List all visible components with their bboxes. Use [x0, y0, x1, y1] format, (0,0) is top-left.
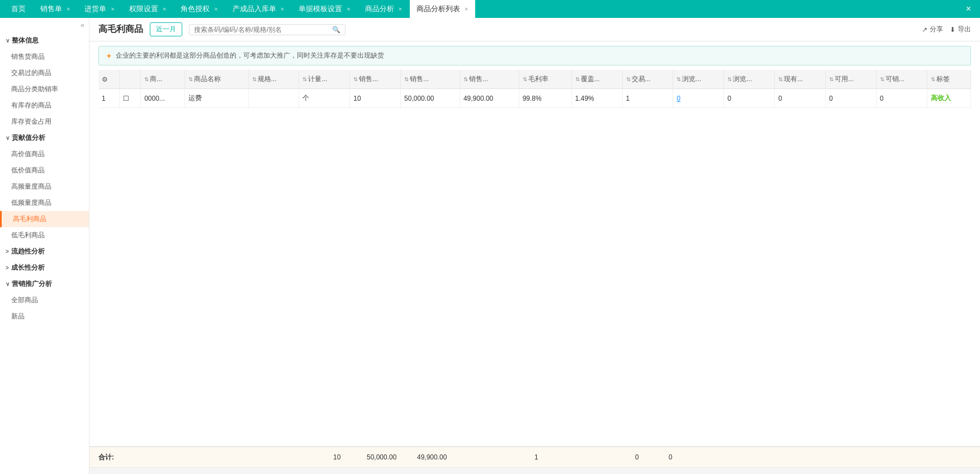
sidebar-item-high-freq-goods[interactable]: 高频量度商品 — [0, 179, 89, 195]
col-header-saleable[interactable]: ⇅可销... — [876, 70, 927, 89]
sidebar-item-inventory-capital[interactable]: 库存资金占用 — [0, 114, 89, 130]
search-icon[interactable]: 🔍 — [332, 26, 340, 34]
sort-icon-spec: ⇅ — [252, 76, 257, 82]
nav-tab-product-analysis-list[interactable]: 商品分析列表× — [410, 0, 475, 18]
sort-icon-browse2: ⇅ — [727, 76, 732, 82]
nav-tab-close-template-settings[interactable]: × — [347, 6, 350, 12]
col-header-available1[interactable]: ⇅现有... — [775, 70, 826, 89]
sort-icon-saleable: ⇅ — [880, 76, 884, 82]
sidebar-item-low-freq-goods[interactable]: 低频量度商品 — [0, 195, 89, 211]
data-table: ⚙⇅商...⇅商品名称⇅规格...⇅计量...⇅销售...⇅销售...⇅销售..… — [98, 70, 971, 108]
col-header-name[interactable]: ⇅商品名称 — [185, 70, 248, 89]
sidebar-group-arrow-value-analysis: ∨ — [6, 135, 10, 141]
sidebar-item-traded-goods[interactable]: 交易过的商品 — [0, 65, 89, 81]
sidebar-item-goods-analysis[interactable]: 商品分类助销率 — [0, 81, 89, 97]
footer-cell-0 — [179, 453, 196, 461]
sort-icon-available1: ⇅ — [778, 76, 783, 82]
sort-icon-margin_rate: ⇅ — [523, 76, 527, 82]
nav-tab-template-settings[interactable]: 单据模板设置× — [292, 0, 357, 18]
sidebar-item-high-value-goods[interactable]: 高价值商品 — [0, 146, 89, 162]
table-row: 1☐0000...运费个1050,000.0049,900.0099.8%1.4… — [98, 89, 971, 108]
sidebar-item-sales-goods[interactable]: 销售货商品 — [0, 49, 89, 65]
sidebar-group-label-trend-analysis: 流趋性分析 — [11, 247, 45, 256]
header-actions: ↗ 分享 ⬇ 导出 — [922, 25, 971, 34]
col-header-sales_qty[interactable]: ⇅销售... — [350, 70, 401, 89]
col-header-sales_profit[interactable]: ⇅销售... — [460, 70, 519, 89]
row-coverage: 1.49% — [571, 89, 622, 108]
nav-tab-close-product-analysis[interactable]: × — [399, 6, 402, 12]
col-header-unit[interactable]: ⇅计量... — [299, 70, 350, 89]
col-header-transaction[interactable]: ⇅交易... — [622, 70, 673, 89]
sidebar-group-arrow-growth-analysis: > — [6, 265, 9, 271]
search-input[interactable] — [194, 26, 330, 34]
row-saleable: 0 — [876, 89, 927, 108]
nav-tab-permission-settings[interactable]: 权限设置× — [122, 0, 173, 18]
col-header-code[interactable]: ⇅商... — [141, 70, 185, 89]
sidebar-collapse-button[interactable]: « — [0, 18, 89, 32]
row-available1: 0 — [775, 89, 826, 108]
sidebar-group-value-analysis[interactable]: ∨贡献值分析 — [0, 130, 89, 146]
col-header-browse1[interactable]: ⇅浏览... — [673, 70, 724, 89]
col-header-tag[interactable]: ⇅标签 — [927, 70, 970, 89]
sidebar-item-all-goods[interactable]: 全部商品 — [0, 292, 89, 308]
row-checkbox[interactable]: ☐ — [119, 89, 140, 108]
col-header-coverage[interactable]: ⇅覆盖... — [571, 70, 622, 89]
sidebar-group-arrow-trend-analysis: > — [6, 248, 9, 255]
sidebar-item-low-value-goods[interactable]: 低价值商品 — [0, 162, 89, 179]
nav-tab-close-role-permission[interactable]: × — [214, 6, 217, 12]
sort-icon-unit: ⇅ — [302, 76, 307, 82]
row-name: 运费 — [185, 89, 248, 108]
row-available2: 0 — [826, 89, 877, 108]
bottom-scrollbar[interactable] — [89, 467, 980, 474]
search-box: 🔍 — [189, 24, 345, 35]
sidebar-item-new-goods[interactable]: 新品 — [0, 308, 89, 325]
col-header-checkbox — [119, 70, 140, 89]
sidebar-group-growth-analysis[interactable]: >成长性分析 — [0, 260, 89, 276]
sort-icon-name: ⇅ — [188, 76, 193, 82]
time-filter-button[interactable]: 近一月 — [150, 22, 182, 36]
sidebar-group-trend-analysis[interactable]: >流趋性分析 — [0, 243, 89, 260]
sidebar-group-marketing-analysis[interactable]: ∨营销推广分析 — [0, 276, 89, 292]
nav-tab-product-entry[interactable]: 产成品入库单× — [226, 0, 291, 18]
top-navigation: 首页销售单×进货单×权限设置×角色授权×产成品入库单×单据模板设置×商品分析×商… — [0, 0, 980, 18]
nav-tab-role-permission[interactable]: 角色授权× — [174, 0, 224, 18]
close-all-button[interactable]: × — [962, 4, 976, 14]
sort-icon-transaction: ⇅ — [626, 76, 631, 82]
col-header-margin_rate[interactable]: ⇅毛利率 — [519, 70, 571, 89]
sort-icon-sales_qty: ⇅ — [353, 76, 358, 82]
footer-cell-3 — [240, 453, 296, 461]
sidebar-group-overall-info[interactable]: ∨整体信息 — [0, 32, 89, 49]
row-index: 1 — [98, 89, 119, 108]
nav-tab-close-import-order[interactable]: × — [111, 6, 114, 12]
sort-icon-sales_amount: ⇅ — [404, 76, 409, 82]
nav-tab-close-sales-order[interactable]: × — [67, 6, 70, 12]
col-header-available2[interactable]: ⇅可用... — [826, 70, 877, 89]
sidebar-item-high-margin-goods[interactable]: 高毛利商品 — [0, 211, 89, 227]
nav-tab-close-product-entry[interactable]: × — [281, 6, 284, 12]
row-sales-profit: 49,900.00 — [460, 89, 519, 108]
footer-cell-1 — [196, 453, 212, 461]
row-transaction: 1 — [622, 89, 673, 108]
nav-tab-home[interactable]: 首页 — [4, 0, 32, 18]
footer-cell-12 — [598, 453, 632, 461]
col-header-sales_amount[interactable]: ⇅销售... — [401, 70, 460, 89]
main-layout: « ∨整体信息销售货商品交易过的商品商品分类助销率有库存的商品库存资金占用∨贡献… — [0, 18, 980, 474]
row-tag: 高收入 — [927, 89, 970, 108]
nav-tab-product-analysis[interactable]: 商品分析× — [358, 0, 409, 18]
sidebar-item-inventory-goods[interactable]: 有库存的商品 — [0, 97, 89, 114]
nav-tab-close-product-analysis-list[interactable]: × — [465, 6, 468, 12]
footer-cell-10: 1 — [531, 453, 565, 461]
sort-icon-coverage: ⇅ — [575, 76, 580, 82]
nav-tab-import-order[interactable]: 进货单× — [78, 0, 121, 18]
footer-cell-2 — [212, 453, 240, 461]
col-header-browse2[interactable]: ⇅浏览... — [724, 70, 775, 89]
export-button[interactable]: ⬇ 导出 — [950, 25, 971, 34]
nav-tab-sales-order[interactable]: 销售单× — [34, 0, 77, 18]
sidebar-item-low-margin-goods[interactable]: 低毛利商品 — [0, 227, 89, 243]
col-header-spec[interactable]: ⇅规格... — [248, 70, 299, 89]
row-unit: 个 — [299, 89, 350, 108]
row-sales-amount: 50,000.00 — [401, 89, 460, 108]
export-icon: ⬇ — [950, 26, 955, 34]
nav-tab-close-permission-settings[interactable]: × — [163, 6, 166, 12]
share-button[interactable]: ↗ 分享 — [922, 25, 943, 34]
